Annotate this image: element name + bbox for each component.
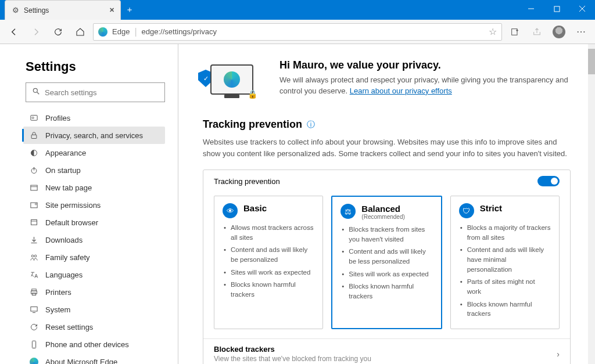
tracking-heading: Tracking prevention: [203, 118, 302, 131]
sidebar-item-label: Languages: [45, 271, 83, 279]
level-title: Strict: [480, 203, 502, 213]
sidebar-item-lock[interactable]: Privacy, search, and services: [23, 127, 165, 144]
home-button[interactable]: [71, 23, 89, 41]
tab-title: Settings: [24, 6, 105, 15]
family-icon: [29, 253, 38, 262]
level-bullet: Blocks trackers from sites you haven't v…: [342, 225, 432, 244]
level-bullet: Blocks known harmful trackers: [342, 282, 432, 301]
browser-tab[interactable]: ⚙ Settings ✕: [5, 0, 121, 20]
hero-title: Hi Mauro, we value your privacy.: [279, 59, 571, 71]
collections-button[interactable]: [506, 23, 524, 41]
address-separator: |: [134, 27, 137, 37]
tracking-level-strict[interactable]: 🛡StrictBlocks a majority of trackers fro…: [450, 196, 560, 329]
level-bullet: Parts of sites might not work: [460, 277, 551, 296]
row-title: Blocked trackers: [214, 345, 371, 354]
level-title: Balanced: [361, 204, 404, 214]
sidebar-item-language[interactable]: Languages: [23, 266, 165, 283]
refresh-button[interactable]: [49, 23, 67, 41]
level-icon: 🛡: [459, 203, 474, 218]
language-icon: [29, 270, 38, 279]
level-bullet: Sites will work as expected: [224, 268, 314, 277]
back-button[interactable]: [5, 23, 23, 41]
download-icon: [29, 235, 38, 244]
scroll-thumb[interactable]: [588, 49, 595, 74]
svg-rect-26: [30, 307, 37, 311]
level-bullet: Blocks known harmful trackers: [224, 280, 314, 299]
sidebar-item-newtab[interactable]: New tab page: [23, 179, 165, 196]
sidebar-item-label: Downloads: [45, 236, 83, 244]
hero-illustration: ✓ 🔒: [203, 59, 261, 100]
sidebar-item-family[interactable]: Family safety: [23, 248, 165, 266]
svg-point-21: [31, 255, 34, 257]
settings-nav: ProfilesPrivacy, search, and servicesApp…: [23, 109, 165, 364]
window-titlebar: ⚙ Settings ✕ ＋: [0, 0, 595, 20]
share-button[interactable]: [528, 23, 546, 41]
sidebar-item-label: Printers: [45, 288, 71, 297]
sidebar-item-system[interactable]: System: [23, 301, 165, 318]
profile-button[interactable]: [550, 23, 568, 41]
forward-button[interactable]: [27, 23, 45, 41]
svg-point-18: [35, 203, 37, 205]
level-icon: 👁: [223, 203, 238, 218]
search-settings-box[interactable]: [26, 82, 165, 102]
level-bullet: Sites will work as expected: [342, 269, 432, 279]
avatar-icon: [553, 26, 565, 38]
level-subtitle: (Recommended): [361, 214, 404, 220]
level-bullet: Content and ads will likely be less pers…: [342, 247, 432, 266]
row-subtitle: View the sites that we've blocked from t…: [214, 355, 371, 363]
sidebar-item-reset[interactable]: Reset settings: [23, 318, 165, 336]
address-bar[interactable]: Edge | edge://settings/privacy ☆: [93, 23, 502, 41]
sidebar-item-profile[interactable]: Profiles: [23, 109, 165, 127]
sidebar-item-printer[interactable]: Printers: [23, 283, 165, 301]
sidebar-item-download[interactable]: Downloads: [23, 231, 165, 248]
level-bullet: Allows most trackers across all sites: [224, 223, 314, 242]
sidebar-item-phone[interactable]: Phone and other devices: [23, 336, 165, 353]
svg-point-7: [33, 88, 37, 92]
reset-icon: [29, 322, 38, 331]
privacy-hero: ✓ 🔒 Hi Mauro, we value your privacy. We …: [203, 59, 571, 100]
sidebar-item-label: Reset settings: [45, 323, 93, 331]
chevron-right-icon: ›: [557, 349, 560, 359]
search-input[interactable]: [45, 88, 159, 97]
level-icon: ⚖: [340, 204, 356, 219]
close-tab-icon[interactable]: ✕: [109, 6, 114, 14]
site-identity: Edge: [112, 27, 130, 36]
sidebar-item-about[interactable]: About Microsoft Edge: [23, 353, 165, 364]
sidebar-item-label: System: [45, 305, 70, 314]
tracking-card: Tracking prevention 👁BasicAllows most tr…: [203, 170, 571, 364]
maximize-button[interactable]: [544, 0, 569, 17]
level-bullet: Blocks a majority of trackers from all s…: [460, 223, 551, 242]
svg-point-29: [34, 347, 34, 347]
sidebar-item-label: Privacy, search, and services: [45, 131, 143, 140]
close-window-button[interactable]: [569, 0, 595, 17]
tracking-toggle[interactable]: [537, 176, 560, 186]
minimize-button[interactable]: [518, 0, 544, 17]
vertical-scrollbar[interactable]: [588, 44, 595, 364]
hero-body: We will always protect and respect your …: [279, 75, 571, 97]
sidebar-item-label: Phone and other devices: [45, 340, 129, 349]
sidebar-item-label: Default browser: [45, 218, 98, 227]
tracking-level-basic[interactable]: 👁BasicAllows most trackers across all si…: [214, 196, 323, 329]
edge-logo-icon: [224, 71, 240, 88]
svg-line-8: [37, 92, 40, 95]
menu-button[interactable]: ⋯: [572, 23, 590, 41]
favorite-icon[interactable]: ☆: [489, 26, 497, 37]
search-icon: [32, 87, 40, 98]
tracking-level-balanced[interactable]: ⚖Balanced(Recommended)Blocks trackers fr…: [331, 196, 442, 329]
svg-rect-15: [30, 185, 37, 190]
tracking-levels: 👁BasicAllows most trackers across all si…: [203, 190, 570, 338]
sidebar-item-default[interactable]: Default browser: [23, 214, 165, 231]
sidebar-item-permissions[interactable]: Site permissions: [23, 196, 165, 214]
sidebar-item-power[interactable]: On startup: [23, 161, 165, 179]
info-icon[interactable]: ⓘ: [307, 120, 315, 130]
svg-rect-1: [554, 6, 560, 12]
row-blocked-trackers[interactable]: Blocked trackersView the sites that we'v…: [203, 338, 570, 364]
lock-icon: 🔒: [248, 89, 257, 99]
sidebar-item-appearance[interactable]: Appearance: [23, 144, 165, 161]
sidebar-item-label: Profiles: [45, 114, 70, 122]
svg-point-22: [34, 255, 37, 257]
privacy-efforts-link[interactable]: Learn about our privacy efforts: [350, 87, 452, 95]
svg-rect-19: [31, 219, 37, 225]
browser-toolbar: Edge | edge://settings/privacy ☆ ⋯: [0, 20, 595, 44]
new-tab-button[interactable]: ＋: [121, 0, 138, 20]
